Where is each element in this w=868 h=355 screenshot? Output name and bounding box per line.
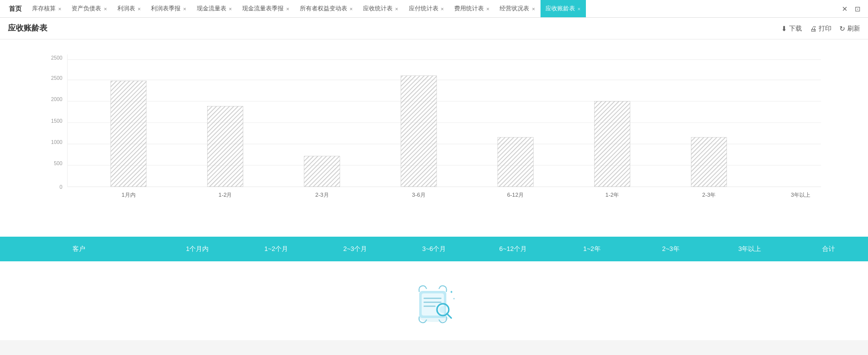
svg-point-33	[439, 306, 446, 313]
col-2-3month: 2~3个月	[316, 245, 395, 253]
empty-icon: ✦ ✦	[409, 281, 459, 325]
bar-chart: 0 500 1000 1500 2000 2500 2500	[20, 49, 848, 207]
tab-cashflow-quarterly-label: 现金流量表季报	[242, 4, 284, 13]
empty-state: ✦ ✦	[0, 261, 868, 340]
tab-ar-stat-label: 应收统计表	[363, 4, 393, 13]
main-content: 0 500 1000 1500 2000 2500 2500	[0, 39, 868, 340]
svg-text:2-3月: 2-3月	[315, 192, 328, 198]
svg-text:1-2月: 1-2月	[218, 192, 232, 198]
col-customer: 客户	[0, 245, 158, 253]
svg-text:2000: 2000	[51, 97, 62, 102]
tab-operation[interactable]: 经营状况表 ×	[495, 0, 540, 18]
col-total: 合计	[789, 245, 868, 253]
svg-text:1000: 1000	[51, 140, 62, 145]
svg-text:2-3年: 2-3年	[702, 192, 716, 198]
page-header: 应收账龄表 ⬇ 下载 🖨 打印 ↻ 刷新	[0, 18, 868, 39]
col-2-3year: 2~3年	[631, 245, 710, 253]
print-label: 打印	[819, 24, 832, 33]
tab-operation-close[interactable]: ×	[532, 6, 535, 12]
tab-inventory[interactable]: 库存核算 ×	[27, 0, 67, 18]
tab-operation-label: 经营状况表	[500, 4, 529, 13]
bar-1-2年	[594, 101, 630, 186]
col-1-2month: 1~2个月	[237, 245, 316, 253]
col-3year-plus: 3年以上	[710, 245, 789, 253]
tab-home[interactable]: 首页	[4, 0, 27, 18]
tab-balance-sheet[interactable]: 资产负债表 ×	[67, 0, 112, 18]
tab-ap-stat[interactable]: 应付统计表 ×	[404, 0, 449, 18]
tab-equity[interactable]: 所有者权益变动表 ×	[295, 0, 358, 18]
tab-balance-sheet-label: 资产负债表	[72, 4, 101, 13]
svg-text:1500: 1500	[51, 118, 62, 124]
svg-text:0: 0	[60, 184, 63, 190]
tab-profit-quarterly[interactable]: 利润表季报 ×	[146, 0, 191, 18]
tab-expense-stat-label: 费用统计表	[454, 4, 484, 13]
tab-bar: 首页 库存核算 × 资产负债表 × 利润表 × 利润表季报 × 现金流量表 × …	[0, 0, 868, 18]
tab-profit-quarterly-label: 利润表季报	[151, 4, 181, 13]
tab-ar-aging-label: 应收账龄表	[545, 4, 575, 13]
tab-ap-stat-label: 应付统计表	[409, 4, 438, 13]
bar-2-3年	[691, 138, 726, 187]
svg-text:3-6月: 3-6月	[412, 192, 425, 198]
tab-balance-sheet-close[interactable]: ×	[104, 6, 107, 12]
download-label: 下载	[789, 24, 802, 33]
tab-profit[interactable]: 利润表 ×	[112, 0, 146, 18]
header-actions: ⬇ 下载 🖨 打印 ↻ 刷新	[781, 24, 860, 33]
svg-text:✦: ✦	[453, 297, 455, 300]
tab-cashflow[interactable]: 现金流量表 ×	[192, 0, 237, 18]
refresh-btn[interactable]: ↻ 刷新	[839, 24, 860, 33]
svg-text:500: 500	[54, 161, 62, 166]
tab-ar-stat-close[interactable]: ×	[395, 6, 398, 12]
bar-1月内	[111, 81, 146, 187]
page-title: 应收账龄表	[8, 23, 47, 34]
tab-cashflow-quarterly[interactable]: 现金流量表季报 ×	[237, 0, 294, 18]
tab-ar-aging-close[interactable]: ×	[578, 6, 580, 12]
tab-cashflow-quarterly-close[interactable]: ×	[286, 6, 289, 12]
print-icon: 🖨	[810, 25, 817, 33]
tab-equity-label: 所有者权益变动表	[300, 4, 347, 13]
table-header: 客户 1个月内 1~2个月 2~3个月 3~6个月 6~12个月 1~2年 2~…	[0, 237, 868, 261]
col-1month: 1个月内	[158, 245, 237, 253]
bar-1-2月	[208, 106, 243, 187]
window-controls: ✕ ⊡	[840, 4, 864, 13]
tab-inventory-label: 库存核算	[32, 4, 56, 13]
tab-inventory-close[interactable]: ×	[58, 6, 61, 12]
col-6-12month: 6~12个月	[473, 245, 552, 253]
print-btn[interactable]: 🖨 打印	[810, 24, 832, 33]
tab-cashflow-label: 现金流量表	[197, 4, 226, 13]
svg-text:1-2年: 1-2年	[606, 192, 619, 198]
tab-profit-close[interactable]: ×	[138, 6, 141, 12]
tab-ap-stat-close[interactable]: ×	[441, 6, 444, 12]
download-btn[interactable]: ⬇ 下载	[781, 24, 802, 33]
tab-cashflow-close[interactable]: ×	[229, 6, 232, 12]
svg-text:✦: ✦	[450, 290, 453, 294]
tab-expense-stat-close[interactable]: ×	[486, 6, 489, 12]
refresh-icon: ↻	[839, 25, 845, 33]
tab-profit-label: 利润表	[117, 4, 135, 13]
col-1-2year: 1~2年	[552, 245, 631, 253]
tab-ar-aging[interactable]: 应收账龄表 ×	[541, 0, 586, 18]
svg-text:6-12月: 6-12月	[507, 192, 524, 198]
bar-3-6月	[401, 76, 436, 187]
tab-profit-quarterly-close[interactable]: ×	[183, 6, 186, 12]
tab-equity-close[interactable]: ×	[350, 6, 353, 12]
window-maximize-btn[interactable]: ⊡	[853, 4, 862, 13]
tab-expense-stat[interactable]: 费用统计表 ×	[449, 0, 495, 18]
svg-text:3年以上: 3年以上	[791, 192, 810, 198]
svg-text:2500: 2500	[51, 75, 62, 81]
bar-2-3月	[304, 156, 340, 187]
tab-ar-stat[interactable]: 应收统计表 ×	[358, 0, 403, 18]
download-icon: ⬇	[781, 25, 787, 33]
bar-6-12月	[498, 138, 533, 187]
svg-text:1月内: 1月内	[121, 192, 135, 198]
window-close-btn[interactable]: ✕	[840, 4, 849, 13]
col-3-6month: 3~6个月	[395, 245, 473, 253]
chart-area: 0 500 1000 1500 2000 2500 2500	[0, 39, 868, 237]
svg-text:2500: 2500	[51, 55, 62, 61]
refresh-label: 刷新	[847, 24, 860, 33]
tab-home-label: 首页	[9, 4, 22, 13]
